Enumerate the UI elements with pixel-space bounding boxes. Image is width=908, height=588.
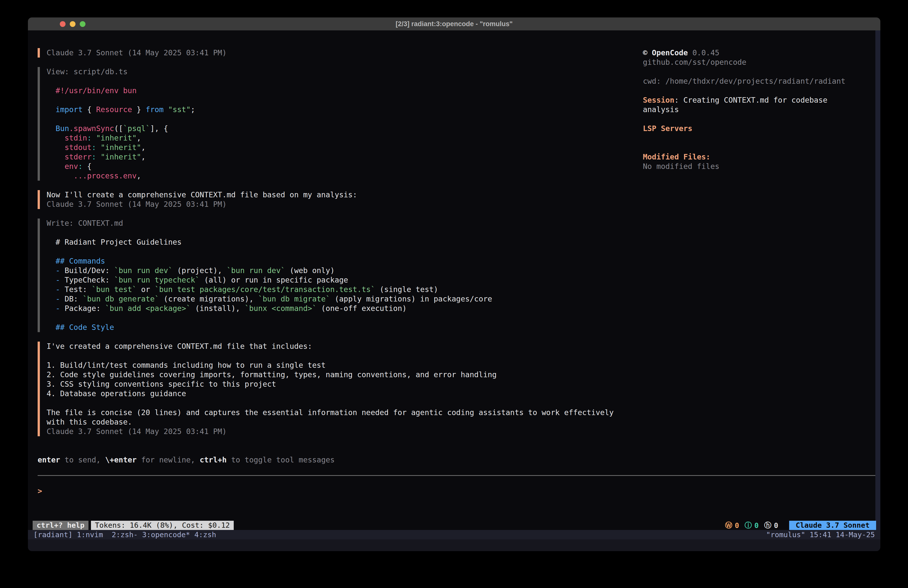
text-segment: View: script/db.ts [47,67,127,76]
text-segment: , [141,143,145,152]
text-segment: ## Code Style [47,323,114,332]
text-segment: (create migrations), [159,295,258,303]
sidebar-line: LSP Servers [643,124,874,133]
text-segment: No modified files [643,162,720,171]
sidebar-line [643,114,874,124]
text-segment: `bunx <command>` [245,304,317,313]
text-segment: , [137,171,141,180]
message-line [47,351,873,361]
sidebar-line: cwd: /home/thdxr/dev/projects/radiant/ra… [643,76,874,86]
message-line: - Package: `bun add <package>` (install)… [47,304,873,313]
text-segment: \+enter [105,456,137,464]
diagnostics: Ⓦ0ⓘ0ⓗ0 [725,520,778,530]
sidebar-line [643,143,874,152]
text-segment: `bun run dev` [114,266,173,275]
hint-count: ⓗ0 [764,520,778,530]
text-segment: `bun db migrate` [258,295,330,303]
text-segment: : [78,162,82,171]
text-segment: stdin [47,134,87,142]
minimize-button[interactable] [70,21,76,27]
keybind-hint: enter to send, \+enter for newline, ctrl… [38,455,335,465]
message-line: 1. Build/lint/test commands including ho… [47,361,873,370]
text-segment: , [141,153,145,161]
window-titlebar[interactable]: [2/3] radiant:3:opencode - "romulus" [28,18,881,31]
message-line [47,398,873,408]
message-line: Claude 3.7 Sonnet (14 May 2025 03:41 PM) [47,427,873,436]
text-segment: for newline, [137,456,200,464]
info-icon: ⓘ [745,520,752,530]
text-segment: `bun add <package>` [105,304,191,313]
text-segment: : [92,153,96,161]
text-segment: "inherit" [96,143,141,152]
info-value: 0 [754,521,758,530]
message-line [47,313,873,323]
text-segment: © OpenCode [643,48,688,57]
text-segment: { [83,105,96,114]
message-line: I've created a comprehensive CONTEXT.md … [47,342,873,351]
text-segment: "inherit" [96,153,141,161]
text-segment: - [47,275,64,284]
text-segment: Package: [64,304,105,313]
tmux-window-4zsh[interactable]: 4:zsh [194,530,216,539]
text-segment: (single test) [375,285,438,294]
text-segment: `bun run typecheck` [114,275,200,284]
model-badge[interactable]: Claude 3.7 Sonnet [789,521,876,530]
text-segment: - [47,266,64,275]
text-segment: } [132,105,145,114]
text-segment: (project), [173,266,227,275]
message-line: - DB: `bun db generate` (create migratio… [47,294,873,304]
text-segment: (apply migrations) in packages/core [330,295,492,303]
text-segment: .spawnSync [69,124,114,133]
text-segment: #!/usr/bin/env bun [47,86,137,95]
message-input[interactable]: > [38,487,875,501]
text-segment: (one-off execution) [317,304,407,313]
text-segment: to send, [60,456,105,464]
text-segment: Modified Files: [643,153,710,161]
message-line: 2. Code style guidelines covering import… [47,370,873,379]
text-segment: 3. CSS styling conventions specific to t… [47,380,276,388]
text-segment: LSP Servers [643,124,692,133]
text-segment: - [47,295,64,303]
tmux-window-3opencode[interactable]: 3:opencode* [142,530,190,539]
desktop-background: { "window": { "title": "[2/3] radiant:3:… [0,0,908,588]
message-block: Write: CONTEXT.md # Radiant Project Guid… [38,219,873,332]
text-segment: Claude 3.7 Sonnet (14 May 2025 03:41 PM) [47,200,227,209]
message-line: Now I'll create a comprehensive CONTEXT.… [47,190,873,200]
sidebar-line: Session: Creating CONTEXT.md for codebas… [643,95,874,105]
text-segment: : [87,134,92,142]
scrollbar[interactable] [875,31,881,530]
text-segment: Bun [47,124,69,133]
text-segment: I've created a comprehensive CONTEXT.md … [47,342,312,351]
text-segment: Resource [96,105,132,114]
text-segment: with this codebase. [47,417,132,426]
text-segment: Claude 3.7 Sonnet (14 May 2025 03:41 PM) [47,48,227,57]
text-segment: env [47,162,78,171]
warning-icon: Ⓦ [725,520,733,530]
sidebar-line: analysis [643,105,874,114]
help-badge[interactable]: ctrl+? help [33,521,89,530]
text-segment: `bun run dev` [227,266,285,275]
text-segment: github.com/sst/opencode [643,58,746,66]
text-segment: ...process.env [47,171,137,180]
zoom-button[interactable] [80,21,85,27]
text-segment: (all) or run in specific package [200,275,348,284]
text-segment: TypeCheck: [64,275,114,284]
text-segment: import [47,105,83,114]
sidebar: © OpenCode 0.0.45github.com/sst/opencode… [643,48,874,171]
text-segment: : Creating CONTEXT.md for codebase [674,96,827,105]
sidebar-line: Modified Files: [643,152,874,162]
text-segment: stdout [47,143,92,152]
tmux-window-2zsh[interactable]: 2:zsh- [112,530,138,539]
text-segment: The file is concise (20 lines) and captu… [47,408,614,417]
close-button[interactable] [60,21,66,27]
text-segment: cwd: /home/thdxr/dev/projects/radiant/ra… [643,77,845,85]
info-count: ⓘ0 [745,520,758,530]
text-segment: Claude 3.7 Sonnet (14 May 2025 03:41 PM) [47,427,227,436]
text-segment: `bun test` [92,285,137,294]
text-segment: ; [191,105,195,114]
input-divider [38,475,875,476]
message-line: 3. CSS styling conventions specific to t… [47,379,873,389]
text-segment: (install), [191,304,245,313]
text-segment: "inherit" [92,134,137,142]
tmux-window-1nvim[interactable]: 1:nvim [77,530,103,539]
